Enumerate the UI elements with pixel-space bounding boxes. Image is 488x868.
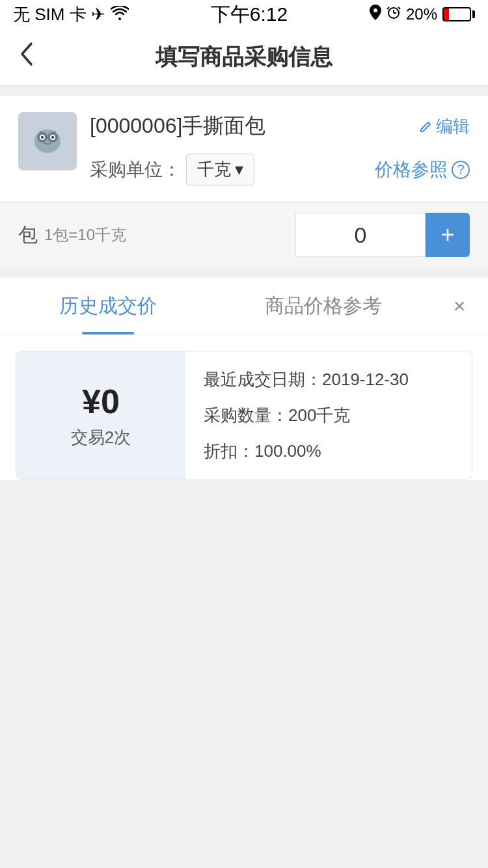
qty-unit-info: 包 1包=10千克 xyxy=(18,222,126,249)
location-icon xyxy=(370,5,381,24)
alarm-icon xyxy=(386,5,401,23)
product-top: [0000006]手撕面包 编辑 采购单位： 千克 ▾ 价格参照 ? xyxy=(18,112,470,185)
status-left: 无 SIM 卡 ✈ xyxy=(13,3,129,26)
tab-history-price[interactable]: 历史成交价 xyxy=(0,278,215,334)
tx-recent-date: 最近成交日期：2019-12-30 xyxy=(204,367,454,392)
battery-icon xyxy=(442,7,475,21)
product-card: [0000006]手撕面包 编辑 采购单位： 千克 ▾ 价格参照 ? xyxy=(0,96,488,201)
product-name: [0000006]手撕面包 xyxy=(90,112,265,141)
tx-price-value: ¥0 xyxy=(82,382,120,421)
svg-point-8 xyxy=(41,136,44,139)
tx-price-section: ¥0 交易2次 xyxy=(16,351,185,480)
edit-button[interactable]: 编辑 xyxy=(419,115,470,138)
unit-row: 采购单位： 千克 ▾ 价格参照 ? xyxy=(90,154,470,185)
sim-label: 无 SIM 卡 ✈ xyxy=(13,3,105,26)
status-time: 下午6:12 xyxy=(211,1,288,28)
nav-bar: 填写商品采购信息 xyxy=(0,29,488,86)
status-bar: 无 SIM 卡 ✈ 下午6:12 20% xyxy=(0,0,488,29)
qty-unit-badge: 包 xyxy=(18,222,38,249)
tx-discount: 折扣：100.00% xyxy=(204,439,454,464)
unit-label: 采购单位： xyxy=(90,157,181,182)
tx-detail-section: 最近成交日期：2019-12-30 采购数量：200千克 折扣：100.00% xyxy=(185,351,472,480)
product-thumbnail xyxy=(18,112,77,170)
tx-trade-count: 交易2次 xyxy=(71,426,131,449)
transaction-card: ¥0 交易2次 最近成交日期：2019-12-30 采购数量：200千克 折扣：… xyxy=(16,351,472,480)
svg-point-9 xyxy=(51,136,54,139)
product-thumb-icon xyxy=(28,119,67,164)
chevron-down-icon: ▾ xyxy=(235,159,243,180)
back-button[interactable] xyxy=(18,41,34,73)
tab-close-button[interactable]: × xyxy=(431,278,488,335)
wifi-icon xyxy=(111,5,129,25)
tab-product-price-ref[interactable]: 商品价格参考 xyxy=(215,278,431,334)
qty-input[interactable]: 0 xyxy=(295,213,426,257)
svg-point-3 xyxy=(34,129,61,153)
qty-plus-button[interactable]: + xyxy=(426,213,470,257)
qty-conversion: 1包=10千克 xyxy=(44,224,126,245)
help-icon: ? xyxy=(452,161,470,179)
product-info: [0000006]手撕面包 编辑 采购单位： 千克 ▾ 价格参照 ? xyxy=(90,112,470,185)
page-title: 填写商品采购信息 xyxy=(156,42,332,72)
price-ref-button[interactable]: 价格参照 ? xyxy=(375,157,470,182)
qty-control: 0 + xyxy=(295,213,470,257)
unit-select[interactable]: 千克 ▾ xyxy=(186,154,254,185)
tab-active-indicator xyxy=(82,332,134,334)
battery-percent: 20% xyxy=(406,5,437,23)
tabs-header: 历史成交价 商品价格参考 × xyxy=(0,278,488,335)
product-name-row: [0000006]手撕面包 编辑 xyxy=(90,112,470,141)
page-background xyxy=(0,496,488,868)
quantity-row: 包 1包=10千克 0 + xyxy=(0,202,488,267)
status-right: 20% xyxy=(370,5,475,24)
tx-qty: 采购数量：200千克 xyxy=(204,403,454,428)
tabs-panel: 历史成交价 商品价格参考 × ¥0 交易2次 最近成交日期：2019-12-30… xyxy=(0,278,488,480)
